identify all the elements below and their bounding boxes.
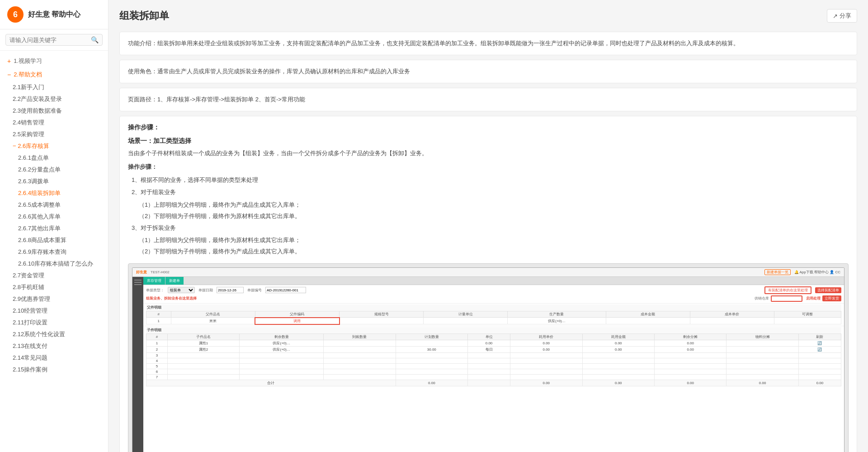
app-type-label: 单据类型： (146, 288, 164, 293)
sidebar-label: 1.视频学习 (14, 57, 42, 65)
app-warehouse-input[interactable] (771, 295, 802, 302)
app-parent-table: # 父件品名 父件编码 规格型号 计量单位 生产数量 成本金额 成本单价 可调整 (146, 311, 841, 325)
col-qty: 生产数量 (508, 311, 606, 318)
step3-1: （1）上部明细为父件明细，最终作为原材料生成其它出库单； (139, 235, 849, 245)
sidebar-item-helpdoc[interactable]: − 2.帮助文档 (0, 68, 108, 81)
app-type-select[interactable]: 组装单 (168, 287, 195, 293)
table-row: 1 米米 调用 供应(+0)… (146, 318, 841, 324)
app-sub-table: # 子件品名 剩余数量 到账数量 计划数量 单位 耗用单价 耗用金额 剩余分摊 (146, 333, 841, 386)
search-box: 🔍 (5, 34, 103, 46)
app-code-input[interactable] (265, 287, 306, 293)
app-parent-section: 父件明细 (146, 305, 841, 310)
sidebar-item-inventory-query[interactable]: 2.6.9库存账本查询 (0, 246, 108, 258)
page-header: 组装拆卸单 ↗ 分享 (119, 9, 857, 23)
annotation-enable: 启用处理 (806, 296, 821, 301)
sidebar-item-sales[interactable]: 2.4销售管理 (0, 117, 108, 128)
search-input[interactable] (9, 37, 91, 43)
share-icon: ↗ (833, 13, 838, 19)
sub-table-footer: 合计 0.00 0.00 0.00 0.00 0.00 0.00 (146, 380, 841, 386)
screenshot-container: 好生意 TEST-H002 新建单据一览 🔔 App下载 帮助中心 👤 CC (128, 263, 849, 452)
sidebar-item-inventory[interactable]: − 2.6库存核算 (0, 140, 108, 152)
step2-1: （1）上部明细为父件明细，最终作为产成品生成其它入库单； (139, 200, 849, 210)
sub-table-row: 6 (146, 369, 841, 374)
expand-icon: + (7, 57, 11, 65)
col-cost-amt: 成本金额 (606, 311, 690, 318)
sub-table-row: 3 (146, 352, 841, 358)
step2-2: （2）下部明细为子件明细，最终作为原材料生成其它出库单。 (139, 211, 849, 221)
sidebar-item-transfer[interactable]: 2.6.3调拨单 (0, 176, 108, 187)
col-cost-price: 成本单价 (690, 311, 774, 318)
sidebar-item-purchase[interactable]: 2.5采购管理 (0, 128, 108, 140)
app-tab-stockmgmt: 库存管理 (143, 277, 165, 285)
sidebar-item-finance[interactable]: 2.7资金管理 (0, 270, 108, 281)
sidebar-item-ops[interactable]: 2.10经营管理 (0, 305, 108, 317)
sidebar-item-assembly[interactable]: 2.6.4组装拆卸单 (0, 187, 108, 199)
sub-table-row: 1属性1供应(+0)…0.000.000.000.00🔄 (146, 340, 841, 346)
role-text: 使用角色：通常由生产人员或库管人员完成拆装业务的操作，库管人员确认原材料的出库和… (128, 68, 410, 75)
steps-title: 操作步骤： (128, 124, 849, 132)
intro-text: 功能介绍：组装拆卸单用来处理企业组装或拆卸等加工业务，支持有固定装配清单的产品加… (128, 40, 739, 47)
sidebar-item-stocktake[interactable]: 2.6.1盘点单 (0, 152, 108, 164)
app-topbar-id: TEST-H002 (151, 270, 170, 274)
sidebar-item-fraction-stocktake[interactable]: 2.6.2分量盘点单 (0, 164, 108, 176)
app-menu-icon (134, 280, 142, 281)
share-button[interactable]: ↗ 分享 (827, 9, 857, 23)
sidebar-item-payment[interactable]: 2.13在线支付 (0, 340, 108, 352)
app-menu-icon2 (134, 282, 142, 283)
steps-section: 操作步骤： 场景一：加工类型选择 当由多个子件材料组装成一个成品的业务为【组装】… (119, 116, 857, 452)
path-block: 页面路径：1、库存核算->库存管理->组装拆卸单 2、首页->常用功能 (119, 88, 857, 111)
logo-text: 好生意 帮助中心 (28, 10, 80, 19)
col-spec: 规格型号 (340, 311, 424, 318)
role-block: 使用角色：通常由生产人员或库管人员完成拆装业务的操作，库管人员确认原材料的出库和… (119, 60, 857, 83)
sub-table-row: 2属性2供应(+0)…30.00每日0.000.000.00🔄 (146, 346, 841, 352)
sidebar-item-mobile[interactable]: 2.8手机旺辅 (0, 281, 108, 293)
step1: 1、根据不同的业务，选择不同单据的类型来处理 (132, 175, 849, 185)
sidebar-label: 2.帮助文档 (14, 71, 42, 79)
annotation-type: 组装业务、拆卸业务在这里选择 (146, 296, 197, 301)
app-logo: 好生意 (136, 270, 147, 275)
app-menu-icon3 (134, 284, 142, 285)
steps-label: 操作步骤： (128, 162, 849, 172)
sidebar-item-other-in[interactable]: 2.6.6其他入库单 (0, 211, 108, 223)
sidebar-item-data-prep[interactable]: 2.3使用前数据准备 (0, 105, 108, 117)
sidebar-item-cases[interactable]: 2.15操作案例 (0, 364, 108, 376)
sidebar-item-faq[interactable]: 2.14常见问题 (0, 352, 108, 364)
step3: 3、对于拆装业务 (132, 223, 849, 233)
sidebar-item-cost-adjust[interactable]: 2.6.5成本调整单 (0, 199, 108, 211)
app-screenshot: 好生意 TEST-H002 新建单据一览 🔔 App下载 帮助中心 👤 CC (132, 268, 844, 452)
col-name: 父件品名 (171, 311, 255, 318)
step3-2: （2）下部明细为子件明细，最终作为产成品生成其它入库单。 (139, 246, 849, 257)
sub-table-row: 4 (146, 358, 841, 363)
app-topbar-icons: 🔔 App下载 帮助中心 👤 CC (794, 270, 840, 275)
sidebar-item-newbie[interactable]: 2.1新手入门 (0, 81, 108, 93)
expand-icon: − (7, 71, 11, 78)
annotation-box1: 有装配清单的在这里处理 (764, 286, 811, 294)
sidebar-item-coupon[interactable]: 2.9优惠券管理 (0, 293, 108, 305)
col-unit: 计量单位 (424, 311, 508, 318)
sidebar-item-install[interactable]: 2.2产品安装及登录 (0, 93, 108, 105)
app-code-label: 单据编号 (247, 288, 262, 293)
sidebar-item-inventory-error[interactable]: 2.6.10库存账本搞错了怎么办 (0, 258, 108, 270)
sidebar-item-print[interactable]: 2.11打印设置 (0, 317, 108, 328)
app-tab-newdoc: 新建单 (165, 277, 184, 285)
sidebar-item-video[interactable]: + 1.视频学习 (0, 54, 108, 68)
app-new-doc-btn: 新建单据一览 (764, 269, 791, 275)
app-date-input[interactable] (217, 287, 244, 293)
app-confirm-btn: 选择装配清单 (815, 287, 841, 293)
sub-table-row: 7 (146, 374, 841, 380)
sidebar-item-settings[interactable]: 2.12系统个性化设置 (0, 328, 108, 340)
sidebar-item-cost-recalc[interactable]: 2.6.8商品成本重算 (0, 234, 108, 246)
logo-area: 6 好生意 帮助中心 (0, 0, 108, 29)
intro-block: 功能介绍：组装拆卸单用来处理企业组装或拆卸等加工业务，支持有固定装配清单的产品加… (119, 32, 857, 55)
sub-table-row: 5 (146, 363, 841, 369)
app-save-btn: 立即发货 (822, 295, 841, 301)
sidebar-item-other-out[interactable]: 2.6.7其他出库单 (0, 223, 108, 234)
col-num: # (146, 311, 171, 318)
app-date-label: 单据日期 (198, 288, 213, 293)
search-icon: 🔍 (91, 36, 99, 43)
main-content: 组装拆卸单 ↗ 分享 功能介绍：组装拆卸单用来处理企业组装或拆卸等加工业务，支持… (108, 0, 868, 452)
app-warehouse-label: 供销仓库 (755, 296, 769, 301)
screenshot-inner: 好生意 TEST-H002 新建单据一览 🔔 App下载 帮助中心 👤 CC (132, 267, 844, 452)
sidebar: 6 好生意 帮助中心 🔍 + 1.视频学习 − 2.帮助文档 2.1新手入门 2… (0, 0, 108, 452)
page-title: 组装拆卸单 (119, 9, 169, 23)
